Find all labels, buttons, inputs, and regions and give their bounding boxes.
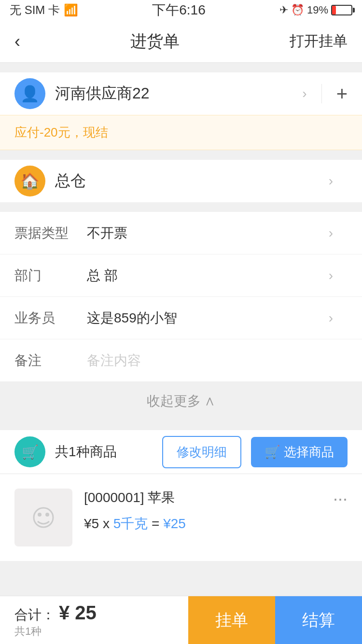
status-bar: 无 SIM 卡 📶 下午6:16 ✈ ⏰ 19% (0, 0, 362, 20)
product-item-section: [0000001] 苹果 ¥5 x 5千克 = ¥25 ··· (0, 474, 362, 561)
invoice-type-row[interactable]: 票据类型 不开票 › (0, 212, 362, 254)
price-equals: = (152, 516, 163, 531)
product-thumbnail (14, 489, 72, 546)
warehouse-name: 总仓 (55, 170, 329, 192)
total-label: 合计： (14, 606, 55, 624)
page-title: 进货单 (130, 30, 180, 53)
supplier-avatar: 👤 (14, 78, 45, 109)
gap-1 (0, 63, 362, 72)
notice-text: 应付-20元，现结 (14, 125, 108, 140)
product-price: ¥5 (84, 516, 99, 531)
back-button[interactable]: ‹ (14, 31, 20, 52)
total-main: 合计： ¥ 25 (14, 602, 174, 624)
department-chevron-icon: › (329, 268, 333, 283)
remark-label: 备注 (14, 351, 77, 370)
invoice-type-value: 不开票 (77, 224, 329, 242)
supplier-name: 河南供应商22 (55, 83, 302, 104)
salesperson-row[interactable]: 业务员 这是859的小智 › (0, 297, 362, 339)
product-title: [0000001] 苹果 (84, 489, 321, 507)
product-header-section: 🛒 共1种商品 修改明细 🛒 选择商品 (0, 430, 362, 474)
separator (321, 84, 322, 103)
salesperson-chevron-icon: › (329, 310, 333, 326)
product-info: [0000001] 苹果 ¥5 x 5千克 = ¥25 (84, 489, 321, 533)
warehouse-chevron-icon: › (329, 173, 333, 189)
invoice-chevron-icon: › (329, 225, 333, 241)
home-icon: 🏠 (20, 172, 40, 190)
department-value: 总 部 (77, 266, 329, 285)
supplier-chevron-icon: › (302, 86, 306, 101)
hang-button[interactable]: 挂单 (188, 596, 275, 644)
product-code: [0000001] (84, 490, 144, 505)
gap-4 (0, 420, 362, 430)
battery-percent: 19% (307, 4, 328, 16)
product-total: ¥25 (163, 516, 186, 531)
add-supplier-icon[interactable]: + (336, 83, 348, 105)
department-row[interactable]: 部门 总 部 › (0, 254, 362, 297)
edit-detail-button[interactable]: 修改明细 (162, 436, 241, 468)
remark-row[interactable]: 备注 备注内容 (0, 339, 362, 382)
warehouse-section: 🏠 总仓 › (0, 160, 362, 202)
sim-label: 无 SIM 卡 (10, 2, 60, 18)
bottom-bar: 合计： ¥ 25 共1种 挂单 结算 (0, 596, 362, 644)
warehouse-row[interactable]: 🏠 总仓 › (0, 160, 362, 202)
warehouse-icon: 🏠 (14, 166, 45, 196)
location-icon: ✈ (279, 4, 288, 16)
battery-icon (331, 5, 352, 15)
product-bar: 🛒 共1种商品 修改明细 🛒 选择商品 (0, 430, 362, 474)
product-bar-icon: 🛒 (14, 436, 45, 467)
svg-point-2 (45, 513, 49, 517)
gap-2 (0, 150, 362, 160)
open-hang-button[interactable]: 打开挂单 (290, 31, 348, 51)
product-item: [0000001] 苹果 ¥5 x 5千克 = ¥25 ··· (0, 474, 362, 561)
avatar-icon: 👤 (20, 84, 40, 103)
form-section: 票据类型 不开票 › 部门 总 部 › 业务员 这是859的小智 › 备注 备注… (0, 212, 362, 382)
product-price-row: ¥5 x 5千克 = ¥25 (84, 515, 321, 533)
remark-input[interactable]: 备注内容 (77, 351, 348, 370)
status-right: ✈ ⏰ 19% (279, 4, 352, 16)
total-section: 合计： ¥ 25 共1种 (0, 596, 188, 644)
price-multiply: x (103, 516, 113, 531)
supplier-section: 👤 河南供应商22 › + 应付-20元，现结 (0, 72, 362, 150)
product-qty: 5千克 (113, 516, 148, 531)
select-product-label: 选择商品 (284, 444, 334, 461)
cart-icon: 🛒 (22, 444, 39, 460)
total-amount: ¥ 25 (59, 602, 97, 624)
gap-3 (0, 202, 362, 212)
product-more-button[interactable]: ··· (333, 489, 348, 509)
notice-bar: 应付-20元，现结 (0, 115, 362, 150)
salesperson-label: 业务员 (14, 309, 77, 327)
product-name: 苹果 (148, 490, 175, 505)
product-count: 共1种商品 (55, 443, 153, 461)
nav-bar: ‹ 进货单 打开挂单 (0, 20, 362, 63)
svg-point-1 (38, 513, 42, 517)
wifi-icon: 📶 (64, 3, 78, 17)
alarm-icon: ⏰ (291, 4, 304, 16)
collapse-bar[interactable]: 收起更多 ∧ (0, 382, 362, 420)
select-product-icon: 🛒 (265, 445, 280, 460)
supplier-row[interactable]: 👤 河南供应商22 › + (0, 72, 362, 115)
select-product-button[interactable]: 🛒 选择商品 (251, 437, 348, 467)
invoice-type-label: 票据类型 (14, 224, 77, 242)
total-sub: 共1种 (14, 624, 174, 639)
salesperson-value: 这是859的小智 (77, 309, 329, 327)
department-label: 部门 (14, 266, 77, 285)
settle-button[interactable]: 结算 (275, 596, 362, 644)
status-left: 无 SIM 卡 📶 (10, 2, 78, 18)
time-display: 下午6:16 (152, 1, 206, 19)
